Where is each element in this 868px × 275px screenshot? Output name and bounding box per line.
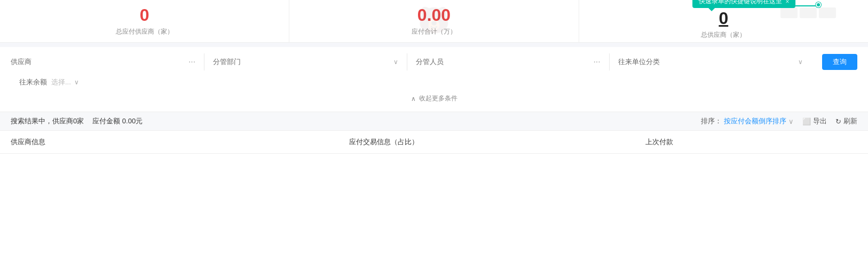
tooltip-line: [795, 5, 817, 6]
filter-balance: 往来余额 选择... ∨: [11, 75, 88, 90]
person-input[interactable]: [448, 58, 594, 66]
collapse-icon: ∧: [411, 95, 416, 103]
col-header-transaction-info: 应付交易信息（占比）: [349, 137, 645, 147]
query-button[interactable]: 查询: [822, 54, 857, 70]
unit-category-arrow[interactable]: ∨: [798, 58, 803, 66]
refresh-button[interactable]: ↻ 刷新: [835, 116, 857, 126]
export-button[interactable]: ⬜ 导出: [802, 116, 827, 126]
filter-row-2: 往来余额 选择... ∨: [11, 75, 857, 90]
stat-label-total-suppliers: 总供应商（家）: [701, 30, 746, 40]
refresh-icon: ↻: [835, 117, 841, 125]
department-arrow[interactable]: ∨: [393, 58, 398, 66]
refresh-label: 刷新: [843, 116, 857, 126]
collapse-label: 收起更多条件: [419, 94, 457, 103]
balance-placeholder: 选择...: [51, 77, 71, 87]
balance-select[interactable]: 选择... ∨: [51, 77, 79, 87]
person-dots-button[interactable]: ···: [593, 57, 600, 67]
results-bar: 搜索结果中，供应商0家 应付金额 0.00元 排序： 按应付会额倒序排序 ∨ ⬜…: [0, 112, 868, 131]
unit-category-input[interactable]: [664, 58, 798, 66]
department-label: 分管部门: [213, 57, 241, 67]
table-empty-area: [0, 154, 868, 275]
results-actions: 排序： 按应付会额倒序排序 ∨ ⬜ 导出 ↻ 刷新: [701, 116, 857, 126]
sort-area: 排序： 按应付会额倒序排序 ∨: [701, 116, 794, 126]
supplier-dots-button[interactable]: ···: [188, 57, 195, 67]
shortcut-tooltip: 快速录单的快捷键说明在这里 ×: [692, 0, 795, 8]
results-summary: 搜索结果中，供应商0家: [11, 116, 84, 126]
filter-unit-category: 往来单位分类 ∨: [610, 53, 811, 70]
unit-category-label: 往来单位分类: [618, 57, 660, 67]
filter-supplier: 供应商 ···: [11, 53, 204, 70]
export-label: 导出: [813, 116, 827, 126]
sort-select[interactable]: 按应付会额倒序排序: [724, 116, 786, 126]
tooltip-text: 快速录单的快捷键说明在这里: [699, 0, 782, 6]
sort-arrow[interactable]: ∨: [788, 117, 794, 125]
results-amount: 应付金额 0.00元: [92, 116, 143, 126]
balance-label: 往来余额: [19, 77, 47, 87]
stat-total-suppliers: 快速录单的快捷键说明在这里 × 0 总供应商（家）: [579, 0, 868, 42]
results-summary-area: 搜索结果中，供应商0家 应付金额 0.00元: [11, 116, 143, 126]
department-input[interactable]: [245, 58, 393, 66]
placeholder-boxes: [780, 7, 836, 18]
balance-arrow[interactable]: ∨: [74, 78, 79, 86]
filter-row-1: 供应商 ··· 分管部门 ∨ 分管人员 ··· 往来单位分类 ∨ 查询: [11, 53, 857, 70]
stat-number-payable-suppliers: 0: [140, 6, 149, 25]
stat-number-payable-total: 0.00: [417, 6, 451, 25]
collapse-row: ∧ 收起更多条件: [11, 92, 857, 107]
tooltip-dot: [816, 2, 821, 7]
sort-prefix: 排序：: [701, 116, 722, 126]
export-icon: ⬜: [802, 117, 811, 125]
stat-payable-total: 🐻 0.00 应付合计（万）: [289, 0, 579, 42]
stat-number-total-suppliers[interactable]: 0: [719, 9, 728, 28]
filter-person: 分管人员 ···: [407, 53, 610, 70]
tooltip-close-button[interactable]: ×: [785, 0, 789, 5]
stat-label-payable-suppliers: 总应付供应商（家）: [116, 27, 173, 36]
stat-label-payable-total: 应付合计（万）: [412, 27, 456, 36]
collapse-button[interactable]: ∧ 收起更多条件: [411, 94, 457, 103]
stats-bar: 0 总应付供应商（家） 🐻 0.00 应付合计（万） 快速录单的快捷键说明在这里…: [0, 0, 868, 43]
stat-total-payable-suppliers: 0 总应付供应商（家）: [0, 0, 289, 42]
col-header-supplier-info: 供应商信息: [11, 137, 349, 147]
filter-department: 分管部门 ∨: [204, 53, 407, 70]
col-header-last-payment: 上次付款: [645, 137, 857, 147]
supplier-input[interactable]: [36, 58, 188, 66]
filter-bar: 供应商 ··· 分管部门 ∨ 分管人员 ··· 往来单位分类 ∨ 查询 往来余额: [0, 47, 868, 112]
supplier-label: 供应商: [11, 57, 32, 67]
table-header: 供应商信息 应付交易信息（占比） 上次付款: [0, 131, 868, 154]
person-label: 分管人员: [416, 57, 444, 67]
